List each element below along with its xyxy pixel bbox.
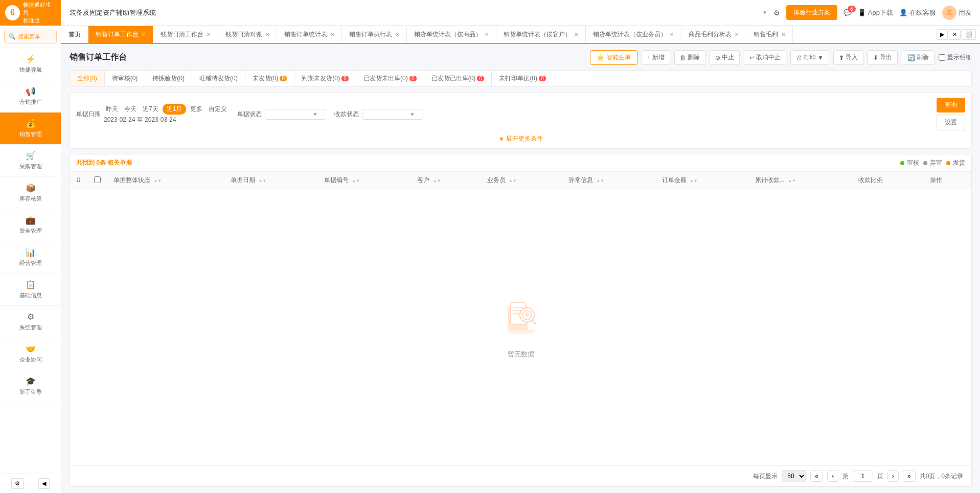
filter-tab-label-not-printed: 未打印单据(0) xyxy=(499,74,537,83)
tab-close-cash-reconcile[interactable]: ✕ xyxy=(265,32,269,37)
filter-tab-pending-inspection[interactable]: 待拣验货(0) xyxy=(145,71,192,86)
sidebar-item-sales[interactable]: 💰销售管理 xyxy=(0,113,61,145)
tab-more-button[interactable]: ▶ xyxy=(937,29,948,40)
show-detail-checkbox[interactable] xyxy=(939,54,945,61)
filter-tab-not-shipped[interactable]: 未发货(0)0 xyxy=(245,71,295,86)
refresh-button[interactable]: 🔄 刷新 xyxy=(902,50,935,65)
prev-page-button[interactable]: ‹ xyxy=(827,470,838,482)
filter-tab-not-printed[interactable]: 未打印单据(0)0 xyxy=(492,71,553,86)
sidebar-item-purchase[interactable]: 🛒采购管理 xyxy=(0,145,61,177)
sidebar-item-quick-nav[interactable]: ⚡快捷导航 xyxy=(0,48,61,80)
tab-sales-order-stats[interactable]: 销售订单统计表✕ xyxy=(277,26,342,43)
tab-close-sales-order-workspace[interactable]: ✕ xyxy=(142,32,146,37)
cancel-stop-button[interactable]: ↩ 取消中止 xyxy=(744,50,786,65)
table-actions: 审核弃审发货 xyxy=(900,159,965,167)
tab-close-sales-stats-by-product[interactable]: ✕ xyxy=(485,32,489,37)
tab-close-sales-stats-by-customer[interactable]: ✕ xyxy=(574,32,578,37)
tab-close-sales-profit[interactable]: ✕ xyxy=(781,32,785,37)
tab-sales-stats-by-staff[interactable]: 销货单统计表（按业务员）✕ xyxy=(586,26,681,43)
tab-close-product-margin[interactable]: ✕ xyxy=(735,32,739,37)
page-size-select[interactable]: 50 xyxy=(782,470,806,482)
table-scroll-area[interactable]: ⠿ 单据整体状态 ▲▼ 单据日期 ▲▼ xyxy=(70,172,971,189)
tab-close-sales-stats-by-staff[interactable]: ✕ xyxy=(670,32,674,37)
tab-product-margin[interactable]: 商品毛利分析表✕ xyxy=(681,26,746,43)
sort-collected-icon[interactable]: ▲▼ xyxy=(788,178,796,183)
date-btn-自定义[interactable]: 自定义 xyxy=(207,104,229,115)
settings-footer-button[interactable]: ⚙ xyxy=(11,478,24,489)
next-page-button[interactable]: › xyxy=(887,470,899,482)
smart-gen-button[interactable]: ⭐ 智能生单 xyxy=(590,50,637,65)
query-button[interactable]: 查询 xyxy=(937,98,965,113)
page-label: 第 xyxy=(842,472,849,481)
print-button[interactable]: 🖨 打印 ▼ xyxy=(790,50,829,65)
app-download-button[interactable]: 📱 App下载 xyxy=(858,8,893,17)
first-page-button[interactable]: « xyxy=(810,470,823,482)
tab-close-sales-order-exec[interactable]: ✕ xyxy=(395,32,399,37)
tab-close-cash-daily[interactable]: ✕ xyxy=(207,32,211,37)
filter-tab-wangpu-shipping[interactable]: 旺铺待发货(0) xyxy=(192,71,245,86)
settings-gear-icon[interactable]: ⚙ xyxy=(773,9,780,17)
add-button[interactable]: + 新增 xyxy=(642,50,670,65)
tab-maximize-button[interactable]: ⬜ xyxy=(962,29,976,40)
sort-number-icon[interactable]: ▲▼ xyxy=(352,178,360,183)
sort-date-icon[interactable]: ▲▼ xyxy=(259,178,267,183)
date-btn-近7天[interactable]: 近7天 xyxy=(141,104,161,115)
tab-sales-order-exec[interactable]: 销售订单执行表✕ xyxy=(342,26,407,43)
collapse-sidebar-button[interactable]: ◀ xyxy=(38,478,50,489)
table-action-ship[interactable]: 发货 xyxy=(946,159,965,167)
empty-illustration xyxy=(500,296,541,344)
payment-dropdown[interactable]: ▼ xyxy=(362,109,423,120)
sort-status-icon[interactable]: ▲▼ xyxy=(153,178,162,183)
show-detail-checkbox-label[interactable]: 显示明细 xyxy=(939,53,972,62)
filter-tab-shipped-out[interactable]: 已发货已出库(0)0 xyxy=(424,71,492,86)
message-button[interactable]: 💬 💬 6 xyxy=(844,9,852,16)
import-button[interactable]: ⬆ 导入 xyxy=(833,50,863,65)
sort-abnormal-icon[interactable]: ▲▼ xyxy=(596,178,604,183)
sort-staff-icon[interactable]: ▲▼ xyxy=(509,178,517,183)
tab-sales-order-workspace[interactable]: 销售订单工作台✕ xyxy=(88,26,153,43)
tab-sales-profit[interactable]: 销售毛利✕ xyxy=(746,26,793,43)
sidebar-item-finance[interactable]: 💼资金管理 xyxy=(0,209,61,241)
filter-tab-shipped-not-out[interactable]: 已发货未出库(0)0 xyxy=(356,71,424,86)
stop-button[interactable]: ⊘ 中止 xyxy=(710,50,740,65)
user-info[interactable]: 友 用友 xyxy=(942,6,972,20)
tab-cash-daily[interactable]: 钱货日清工作台✕ xyxy=(153,26,218,43)
tab-sales-stats-by-customer[interactable]: 销货单统计表（按客户）✕ xyxy=(496,26,586,43)
status-dropdown[interactable]: ▼ xyxy=(265,109,326,120)
search-menu-button[interactable]: 🔍 搜索菜单 xyxy=(4,30,57,43)
tab-label-sales-stats-by-product: 销货单统计表（按商品） xyxy=(414,30,482,39)
delete-button[interactable]: 🗑 删除 xyxy=(674,50,705,65)
sidebar-item-inventory[interactable]: 📦库存核算 xyxy=(0,177,61,209)
experience-button[interactable]: 体验行业方案 xyxy=(786,5,837,20)
tab-close-all-button[interactable]: ✕ xyxy=(949,29,961,40)
export-button[interactable]: ⬇ 导出 xyxy=(868,50,898,65)
table-action-review[interactable]: 审核 xyxy=(900,159,919,167)
date-btn-近1月[interactable]: 近1月 xyxy=(163,104,187,115)
online-service-button[interactable]: 👤 在线客服 xyxy=(899,8,936,17)
tab-cash-reconcile[interactable]: 钱货日清对账✕ xyxy=(218,26,277,43)
tab-home[interactable]: 首页 xyxy=(61,26,88,43)
sort-customer-icon[interactable]: ▲▼ xyxy=(433,178,441,183)
sort-amount-icon[interactable]: ▲▼ xyxy=(690,178,698,183)
table-action-cancel-review[interactable]: 弃审 xyxy=(923,159,942,167)
date-btn-更多[interactable]: 更多 xyxy=(188,104,204,115)
page-input[interactable] xyxy=(853,470,873,482)
tab-close-sales-order-stats[interactable]: ✕ xyxy=(330,32,334,37)
sidebar-item-guide[interactable]: 🎓新手引导 xyxy=(0,370,61,402)
sidebar-item-marketing[interactable]: 📢营销推广 xyxy=(0,80,61,113)
sidebar-item-base-info[interactable]: 📋基础信息 xyxy=(0,274,61,306)
last-page-button[interactable]: » xyxy=(903,470,916,482)
sidebar-item-system[interactable]: ⚙系统管理 xyxy=(0,306,61,338)
date-btn-昨天[interactable]: 昨天 xyxy=(104,104,120,115)
sidebar-item-enterprise[interactable]: 🤝企业协同 xyxy=(0,338,61,370)
sidebar-item-operations[interactable]: 📊经营管理 xyxy=(0,241,61,274)
filter-tab-pending-review[interactable]: 待审核(0) xyxy=(105,71,146,86)
filter-tab-all[interactable]: 全部(0) xyxy=(70,71,105,86)
date-btn-今天[interactable]: 今天 xyxy=(122,104,139,115)
system-dropdown-arrow[interactable]: ▼ xyxy=(762,10,767,15)
filter-tab-overdue-not-shipped[interactable]: 到期未发货(0)0 xyxy=(294,71,356,86)
settings-button[interactable]: 设置 xyxy=(937,115,965,130)
expand-conditions-button[interactable]: ▼ 展开更多条件 xyxy=(498,135,543,143)
tab-sales-stats-by-product[interactable]: 销货单统计表（按商品）✕ xyxy=(407,26,496,43)
select-all-checkbox[interactable] xyxy=(94,176,101,183)
